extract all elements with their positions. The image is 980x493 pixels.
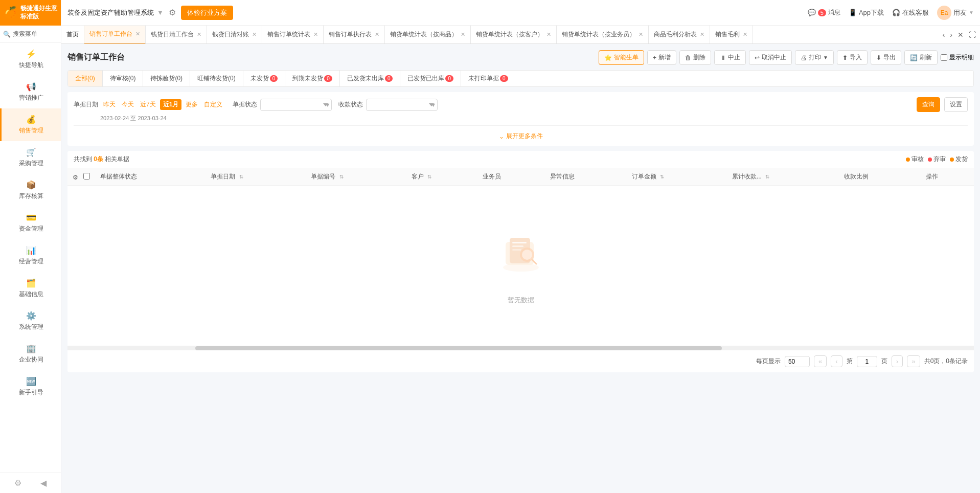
tab-sales-stats[interactable]: 销售订单统计表 ✕ <box>262 26 324 44</box>
sidebar-item-base-info[interactable]: 🗂️ 基础信息 <box>0 272 61 305</box>
smart-create-btn[interactable]: ⭐ 智能生单 <box>599 50 644 65</box>
pause-btn[interactable]: ⏸ 中止 <box>714 50 746 65</box>
tab-sales-summary-customer[interactable]: 销货单统计表（按客户） ✕ <box>471 26 557 44</box>
th-abnormal: 异常信息 <box>545 168 627 186</box>
delete-btn[interactable]: 🗑 删除 <box>679 50 711 65</box>
sidebar-item-quick-nav[interactable]: ⚡ 快捷导航 <box>0 43 61 76</box>
th-collected[interactable]: 累计收款... ⇅ <box>727 168 839 186</box>
filter-tab-not-printed[interactable]: 未打印单据0 <box>461 71 515 86</box>
sidebar-item-system[interactable]: ⚙️ 系统管理 <box>0 305 61 338</box>
audit-btn[interactable]: 审核 <box>906 155 924 164</box>
tab-close-sales-stats[interactable]: ✕ <box>313 31 318 38</box>
prev-page-btn[interactable]: ‹ <box>831 355 842 367</box>
query-btn[interactable]: 查询 <box>917 97 940 112</box>
sidebar-item-operation[interactable]: 📊 经营管理 <box>0 239 61 272</box>
date-option-1month[interactable]: 近1月 <box>160 99 182 110</box>
topbar-message[interactable]: 💬 5 消息 <box>808 8 840 17</box>
finance-icon: 💳 <box>26 213 36 222</box>
filter-tab-shipped-not-stored[interactable]: 已发货未出库0 <box>340 71 401 86</box>
tab-gross-profit[interactable]: 商品毛利分析表 ✕ <box>649 26 710 44</box>
topbar-online-service[interactable]: 🎧 在线客服 <box>892 8 929 17</box>
sidebar-item-finance[interactable]: 💳 资金管理 <box>0 207 61 239</box>
sidebar-item-marketing[interactable]: 📢 营销推广 <box>0 76 61 108</box>
page-input[interactable] <box>857 356 877 367</box>
filter-tab-pending-check[interactable]: 待拣验货(0) <box>143 71 190 86</box>
refresh-btn[interactable]: 🔄 刷新 <box>904 50 938 65</box>
sidebar-item-enterprise[interactable]: 🏢 企业协同 <box>0 338 61 370</box>
filter-tab-wangpu[interactable]: 旺铺待发货(0) <box>190 71 243 86</box>
tab-cash-clear[interactable]: 钱货日清工作台 ✕ <box>146 26 207 44</box>
topbar-dropdown-icon[interactable]: ▼ <box>157 9 164 16</box>
last-page-btn[interactable]: » <box>907 355 920 367</box>
show-detail-label[interactable]: 显示明细 <box>941 53 974 62</box>
tabs-nav-close[interactable]: ✕ <box>955 30 966 40</box>
tab-close-summary-customer[interactable]: ✕ <box>546 31 551 38</box>
select-all-checkbox[interactable] <box>83 173 90 180</box>
filter-tab-all[interactable]: 全部(0) <box>68 71 103 86</box>
tab-close-sales-exec[interactable]: ✕ <box>375 31 379 38</box>
th-number[interactable]: 单据编号 ⇅ <box>306 168 406 186</box>
refresh-icon: 🔄 <box>910 54 918 61</box>
import-btn[interactable]: ⬆ 导入 <box>837 50 868 65</box>
tab-sales-exec[interactable]: 销售订单执行表 ✕ <box>324 26 385 44</box>
th-date[interactable]: 单据日期 ⇅ <box>206 168 306 186</box>
tab-close-summary-staff[interactable]: ✕ <box>639 31 643 38</box>
sidebar-item-inventory[interactable]: 📦 库存核算 <box>0 174 61 207</box>
tab-cash-reconcile[interactable]: 钱货日清对账 ✕ <box>207 26 262 44</box>
topbar-settings-icon[interactable]: ⚙ <box>169 8 176 17</box>
tabs-nav-prev[interactable]: ‹ <box>941 30 947 40</box>
scrollbar-thumb[interactable] <box>195 346 722 350</box>
settings-columns-icon[interactable]: ⚙ <box>73 174 78 181</box>
filter-tab-shipped-stored[interactable]: 已发货已出库0 <box>400 71 461 86</box>
sidebar-settings-icon[interactable]: ⚙ <box>14 478 21 488</box>
sidebar-item-guide[interactable]: 🆕 新手引导 <box>0 370 61 403</box>
date-option-7days[interactable]: 近7天 <box>138 99 158 110</box>
payment-select[interactable] <box>366 99 438 111</box>
tab-sales-profit[interactable]: 销售毛利 ✕ <box>710 26 753 44</box>
th-amount[interactable]: 订单金额 ⇅ <box>627 168 727 186</box>
tabs-nav-next[interactable]: › <box>948 30 954 40</box>
tab-close-summary-product[interactable]: ✕ <box>461 31 465 38</box>
filter-tab-not-shipped[interactable]: 未发货0 <box>243 71 286 86</box>
cancel-audit-btn[interactable]: 弃审 <box>928 155 946 164</box>
add-btn[interactable]: + 新增 <box>647 50 676 65</box>
date-option-yesterday[interactable]: 昨天 <box>101 99 118 110</box>
sidebar-collapse-icon[interactable]: ◀ <box>40 478 47 488</box>
date-option-more[interactable]: 更多 <box>184 99 200 110</box>
tab-sales-workbench[interactable]: 销售订单工作台 ✕ <box>84 26 146 44</box>
th-customer[interactable]: 客户 ⇅ <box>406 168 478 186</box>
horizontal-scrollbar[interactable] <box>67 346 974 350</box>
date-option-custom[interactable]: 自定义 <box>202 99 224 110</box>
tab-sales-summary-staff[interactable]: 销货单统计表（按业务员） ✕ <box>557 26 649 44</box>
main-content: 销售订单工作台 ⭐ 智能生单 + 新增 🗑 删除 ⏸ 中止 <box>61 44 980 493</box>
filter-tab-overdue[interactable]: 到期未发货0 <box>285 71 340 86</box>
tabs-nav-fullscreen[interactable]: ⛶ <box>967 30 978 40</box>
tab-close-gross-profit[interactable]: ✕ <box>700 31 704 38</box>
sidebar-item-purchase[interactable]: 🛒 采购管理 <box>0 141 61 174</box>
tab-close-cash-clear[interactable]: ✕ <box>197 31 201 38</box>
show-detail-checkbox[interactable] <box>941 54 947 61</box>
sidebar-item-sales[interactable]: 💰 销售管理 <box>0 108 61 141</box>
next-page-btn[interactable]: › <box>892 355 903 367</box>
sidebar-search[interactable]: 🔍 搜索菜单 <box>0 26 61 43</box>
industry-btn[interactable]: 体验行业方案 <box>181 6 233 20</box>
topbar-user[interactable]: Ea 用友 ▼ <box>937 6 974 20</box>
ship-btn[interactable]: 发货 <box>950 155 968 164</box>
first-page-btn[interactable]: « <box>814 355 827 367</box>
tab-home[interactable]: 首页 <box>61 26 84 44</box>
per-page-select[interactable]: 50 10 20 100 <box>785 356 810 367</box>
export-btn[interactable]: ⬇ 导出 <box>871 50 901 65</box>
tab-close-sales-workbench[interactable]: ✕ <box>135 31 140 37</box>
status-select[interactable] <box>260 99 332 111</box>
topbar-app-download[interactable]: 📱 App下载 <box>849 8 884 17</box>
filter-tab-pending-review[interactable]: 待审核(0) <box>103 71 144 86</box>
tab-close-sales-profit[interactable]: ✕ <box>743 31 747 38</box>
date-option-today[interactable]: 今天 <box>120 99 136 110</box>
logo-text: 畅捷通好生意 标准版 <box>20 5 57 20</box>
cancel-pause-btn[interactable]: ↩ 取消中止 <box>749 50 792 65</box>
print-btn[interactable]: 🖨 打印 ▼ <box>795 50 834 65</box>
tab-sales-summary-product[interactable]: 销货单统计表（按商品） ✕ <box>385 26 471 44</box>
expand-search-btn[interactable]: ⌄ 展开更多条件 <box>499 132 543 141</box>
settings-btn[interactable]: 设置 <box>944 97 968 112</box>
tab-close-cash-reconcile[interactable]: ✕ <box>252 31 257 38</box>
